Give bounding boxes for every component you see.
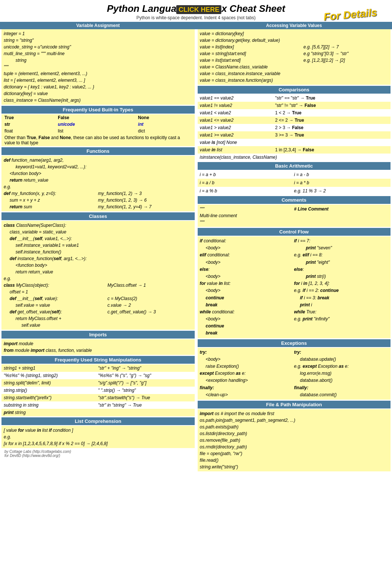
- lc-line: [x for x in [1,2,3,4,5,6,7,8,9] if x % 2…: [4, 440, 192, 447]
- comment-line: """: [200, 219, 294, 226]
- type-cell: None: [135, 114, 195, 121]
- class-result: c.value → 2: [107, 302, 192, 309]
- var-line: dictionary[key] = value: [4, 90, 192, 97]
- class-result: [107, 289, 192, 295]
- sm-row: print string: [1, 409, 195, 416]
- comments-row: """ Multi-line comment """ # Line Commen…: [200, 206, 389, 226]
- strings-block: string1 + string1 "str" + "ing" → "strin…: [1, 364, 195, 416]
- cf-right: if i == 7: print "seven" e.g. elif i == …: [294, 238, 388, 337]
- var-line: string = "string": [4, 37, 192, 44]
- table-row: Other than True, False and None, these c…: [1, 134, 195, 146]
- types-header: Frequently Used Built-in Types: [1, 106, 195, 114]
- sm-row: string.strip() " ".strip() → "string": [1, 387, 195, 394]
- comp-row: value1 < value2 1 < 2 → True: [198, 109, 391, 117]
- list-comp-header: List Comprehension: [1, 417, 195, 425]
- exc-left: try: <body> raise Exception() except Exc…: [200, 349, 294, 398]
- main-layout: integer = 1 string = "string" unicode_st…: [0, 29, 392, 471]
- var-assign-header: Variable Assignment: [0, 22, 196, 29]
- click-here-badge[interactable]: CLICK HERE: [176, 5, 221, 14]
- func-line: e.g.: [4, 184, 192, 190]
- file-block: import os # import the os module first o…: [198, 409, 391, 471]
- classes-block: class ClassName(SuperClass): class_varia…: [1, 221, 195, 330]
- comments-header: Comments: [198, 196, 391, 204]
- class-line: return MyClass.offset +: [4, 315, 107, 322]
- sm-row: string.startswith("prefix") "str".starts…: [1, 394, 195, 401]
- class-result: MyClass.offset → 1: [107, 282, 192, 289]
- sm-row: "%s%s" % (string1, string2) "%s%s" % ("s…: [1, 372, 195, 379]
- var-line: """: [4, 64, 192, 70]
- classes-header: Classes: [1, 212, 195, 220]
- sm-row: string1 + string1 "str" + "ing" → "strin…: [1, 364, 195, 372]
- title-after: x Cheat Sheet: [221, 3, 285, 14]
- class-line: class MyClass(object):: [4, 282, 107, 289]
- comp-row: value1 <= value2 2 <= 2 → True: [198, 117, 391, 124]
- comparisons-block: value1 == value2 "str" == "str" → True v…: [198, 94, 391, 161]
- cf-left: if conditional: <body> elif conditional:…: [200, 238, 294, 337]
- comment-line: """: [200, 206, 294, 212]
- exc-right: try: database.update() e.g. except Excep…: [294, 349, 388, 398]
- control-flow-content: if conditional: <body> elif conditional:…: [200, 238, 389, 337]
- comment-line: # Line Comment: [294, 206, 388, 212]
- type-cell: float: [1, 128, 55, 134]
- var-line: string: [4, 57, 192, 64]
- file-line: os.rmdir(directory_path): [200, 444, 389, 450]
- func-line: <function body>: [4, 170, 192, 177]
- file-line: file.read(): [200, 457, 389, 464]
- exceptions-content: try: <body> raise Exception() except Exc…: [200, 349, 389, 398]
- table-row: True False None: [1, 114, 195, 121]
- footer: by Cottage Labs (http://cottagelabs.com)…: [1, 448, 195, 459]
- access-header: Accessing Variable Values: [196, 22, 392, 29]
- type-cell: False: [55, 114, 135, 121]
- comp-row: value1 != value2 "str" != "str" → False: [198, 102, 391, 109]
- comp-row: value1 >= value2 3 >= 3 → True: [198, 131, 391, 139]
- header: Python LanguaCLICK HEREx Cheat Sheet Pyt…: [0, 0, 392, 22]
- class-line: class_variable = static_value: [4, 229, 192, 235]
- class-line: def __init__(self, value1, <...>):: [4, 235, 192, 242]
- comp-row: value is [not] None: [198, 139, 391, 146]
- func-line: return sum: [4, 203, 98, 210]
- var-line: integer = 1: [4, 30, 192, 37]
- arith-row: i = a / b i = a * b: [198, 179, 391, 187]
- func-line: def my_function(x, y, z=0):: [4, 190, 98, 197]
- access-row: value = list[start:end] e.g. [1,2,3][1:2…: [200, 57, 389, 64]
- access-row: value = dictionary.get(key, default_valu…: [200, 37, 389, 44]
- title-before: Python Langua: [107, 3, 177, 14]
- func-line: def function_name(arg1, arg2,: [4, 157, 192, 164]
- func-result: my_function(1, 2) → 3: [98, 190, 192, 197]
- class-line: def instance_function(self, arg1, <...>)…: [4, 255, 192, 262]
- class-line: class ClassName(SuperClass):: [4, 222, 192, 229]
- comp-row: value1 == value2 "str" == "str" → True: [198, 94, 391, 102]
- table-row: str unicode int: [1, 121, 195, 128]
- var-line: list = [ element1, element2, element3, .…: [4, 77, 192, 84]
- class-result: c = MyClass(2): [107, 295, 192, 302]
- file-line: os.listdir(directory_path): [200, 430, 389, 437]
- strings-header: Frequently Used String Manipulations: [1, 356, 195, 364]
- top-header-row: Variable Assignment Accessing Variable V…: [0, 22, 392, 29]
- func-line: return return_value: [4, 177, 192, 184]
- exceptions-header: Exceptions: [198, 339, 391, 347]
- control-flow-block: if conditional: <body> elif conditional:…: [198, 236, 391, 338]
- arith-row: i = a + b i = a - b: [198, 171, 391, 179]
- arithmetic-block: i = a + b i = a - b i = a / b i = a * b …: [198, 171, 391, 195]
- comp-row: isinstance(class_instance, ClassName): [198, 154, 391, 161]
- func-result: my_function(1, 2, 3) → 6: [98, 197, 192, 203]
- class-line: def __init__(self, value):: [4, 295, 107, 302]
- file-line: os.path.exists(path): [200, 424, 389, 430]
- func-line: sum = x + y + z: [4, 197, 98, 203]
- right-column: value = dictionary[key] value = dictiona…: [196, 29, 392, 471]
- class-line: self.instance_variable1 = value1: [4, 242, 192, 249]
- footer-line2: for Dev8D (http://www.dev8d.org/): [4, 454, 192, 458]
- control-flow-header: Control Flow: [198, 228, 391, 236]
- comp-row: value1 > value2 2 > 3 → False: [198, 124, 391, 131]
- file-line: os.path.join(path_segment1, path_segment…: [200, 417, 389, 424]
- import-line: import module: [4, 340, 192, 347]
- sm-row: string.split("delim", limit) "s/g".split…: [1, 379, 195, 387]
- class-line: self.value = value: [4, 302, 107, 309]
- table-row: float list dict: [1, 128, 195, 134]
- access-row: value = dictionary[key]: [200, 30, 389, 37]
- lc-line: [ value for value in list if condition ]: [4, 427, 192, 434]
- class-result: c.get_offset_value() → 3: [107, 309, 192, 315]
- var-line: dictionary = { key1 : value1, key2 : val…: [4, 84, 192, 90]
- class-line: self.instance_function(): [4, 249, 192, 255]
- functions-block: def function_name(arg1, arg2, keyword1=v…: [1, 156, 195, 211]
